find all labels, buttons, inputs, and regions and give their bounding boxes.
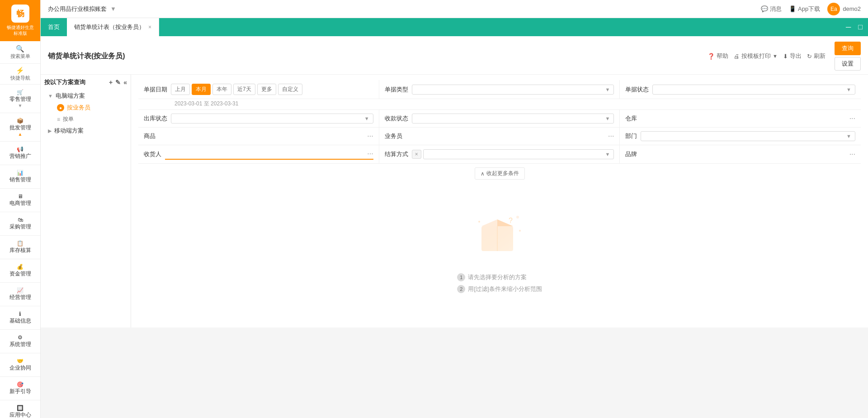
settlement-tag-close-icon[interactable]: ×: [415, 151, 418, 157]
export-btn[interactable]: ⬇ 导出: [783, 52, 802, 60]
edit-scheme-icon[interactable]: ✎: [115, 79, 121, 86]
print-btn[interactable]: 🖨 按模板打印 ▼: [734, 52, 778, 60]
empty-box-svg: ?: [472, 210, 527, 256]
app-download-btn[interactable]: 📱 App下载: [789, 5, 820, 13]
empty-steps-list: 1 请先选择要分析的方案 2 用[过滤]条件来缩小分析范围: [457, 271, 542, 295]
export-icon: ⬇: [783, 53, 788, 60]
sidebar-item-ecommerce[interactable]: 🖥 电商管理: [0, 189, 40, 212]
receiptstatus-label: 收款状态: [385, 114, 408, 123]
left-panel-icons: + ✎ «: [109, 79, 127, 86]
sidebar-item-marketing[interactable]: 📢 营销推广: [0, 142, 40, 165]
help-btn[interactable]: ❓ 帮助: [708, 52, 728, 60]
collapse-panel-icon[interactable]: «: [123, 79, 127, 86]
collapse-filters-btn[interactable]: ∧ 收起更多条件: [475, 167, 525, 180]
workspace-dropdown-icon[interactable]: ▼: [110, 5, 116, 12]
this-year-btn[interactable]: 本年: [212, 84, 231, 95]
sidebar-item-basic[interactable]: ℹ 基础信息: [0, 306, 40, 330]
custom-date-btn[interactable]: 自定义: [278, 84, 302, 95]
sidebar-item-appstore[interactable]: 🔲 应用中心: [0, 400, 40, 418]
refresh-btn[interactable]: ↻ 刷新: [807, 52, 826, 60]
tree-mobile-scheme[interactable]: ▶ 移动端方案: [44, 125, 127, 137]
doctype-select[interactable]: ▼: [412, 85, 614, 95]
docstatus-select[interactable]: ▼: [652, 85, 855, 95]
tab-maximize-icon[interactable]: □: [856, 21, 864, 33]
sidebar-item-sales[interactable]: 📊 销售管理: [0, 165, 40, 189]
settings-button[interactable]: 设置: [835, 57, 861, 71]
settlement-tag: ×: [412, 150, 421, 159]
tree-item-salesman[interactable]: ● 按业务员: [53, 102, 127, 114]
sidebar-item-inventory[interactable]: 📋 库存核算: [0, 236, 40, 259]
tab-home[interactable]: 首页: [41, 18, 67, 36]
sidebar-item-wholesale[interactable]: 📦 批发管理 ▲: [0, 113, 40, 142]
search-icon: 🔍: [16, 45, 24, 53]
query-button[interactable]: 查询: [835, 42, 861, 55]
sidebar-item-quicknav[interactable]: ⚡ 快捷导航: [0, 64, 40, 85]
page-actions: ❓ 帮助 🖨 按模板打印 ▼ ⬇ 导出 ↻ 刷新: [708, 42, 861, 71]
last7-btn[interactable]: 近7天: [233, 84, 255, 95]
tree-pc-scheme[interactable]: ▼ 电脑端方案: [44, 90, 127, 102]
docstatus-label: 单据状态: [625, 86, 649, 94]
receiptstatus-arrow-icon: ▼: [605, 116, 610, 121]
add-scheme-icon[interactable]: +: [109, 79, 113, 86]
docstatus-arrow-icon: ▼: [846, 87, 851, 92]
warehouse-dots[interactable]: ···: [849, 114, 855, 123]
active-scheme-icon: ●: [57, 104, 64, 111]
refresh-icon: ↻: [807, 53, 812, 60]
empty-state: ? 1 请先选择要分析的方案: [138, 183, 861, 322]
outstatus-arrow-icon: ▼: [364, 116, 369, 121]
user-menu-btn[interactable]: Ea demo2: [827, 3, 861, 15]
operation-icon: 📈: [17, 287, 24, 294]
tab-close-icon[interactable]: ×: [148, 24, 151, 30]
outstatus-select[interactable]: ▼: [171, 114, 373, 124]
settlement-label: 结算方式: [385, 150, 408, 158]
goods-dots[interactable]: ···: [367, 132, 373, 140]
dept-arrow-icon: ▼: [846, 133, 851, 139]
brand-dots[interactable]: ···: [849, 150, 855, 158]
finance-icon: 💰: [17, 264, 24, 270]
message-icon: 💬: [761, 5, 768, 12]
sidebar-item-purchase[interactable]: 🛍 采购管理: [0, 212, 40, 236]
filter-cell-date: 单据日期 上月 本月 本年 近7天 更多 自定义: [138, 80, 379, 99]
logo-icon: 畅: [11, 5, 29, 23]
brand-label: 品牌: [625, 150, 637, 158]
wholesale-expand-icon: ▲: [18, 132, 23, 137]
consignee-label: 收货人: [144, 150, 161, 158]
sidebar-item-retail[interactable]: 🛒 零售管理 ▼: [0, 85, 40, 113]
sidebar-item-corp[interactable]: 🤝 企业协同: [0, 353, 40, 377]
tree-item-by-order[interactable]: ≡ 按单: [53, 114, 127, 125]
sidebar-item-operation[interactable]: 📈 经营管理: [0, 283, 40, 306]
retail-expand-icon: ▼: [18, 103, 23, 108]
sidebar-item-newbie[interactable]: 🎯 新手引导: [0, 377, 40, 400]
sidebar-item-system[interactable]: ⚙ 系统管理: [0, 330, 40, 353]
tab-active[interactable]: 销货单统计表（按业务员） ×: [67, 18, 159, 36]
last-month-btn[interactable]: 上月: [171, 84, 190, 95]
settlement-select[interactable]: ▼: [423, 149, 614, 159]
page-inner: 销货单统计表(按业务员) ❓ 帮助 🖨 按模板打印 ▼ ⬇ 导出: [41, 36, 868, 328]
filter-cell-warehouse: 仓库 ···: [620, 110, 861, 127]
dept-select[interactable]: ▼: [641, 131, 855, 141]
message-btn[interactable]: 💬 消息: [761, 5, 782, 13]
tree-mobile-label: 移动端方案: [54, 127, 84, 135]
receiptstatus-select[interactable]: ▼: [412, 114, 614, 124]
empty-step-1: 1 请先选择要分析的方案: [457, 271, 542, 283]
doctype-arrow-icon: ▼: [605, 87, 610, 92]
empty-step-2: 2 用[过滤]条件来缩小分析范围: [457, 283, 542, 295]
date-label: 单据日期: [144, 86, 167, 94]
filter-cell-docstatus: 单据状态 ▼: [620, 80, 861, 99]
inventory-icon: 📋: [17, 240, 24, 247]
sidebar-item-finance[interactable]: 💰 资金管理: [0, 259, 40, 283]
tab-bar: 首页 销货单统计表（按业务员） × ─ □: [41, 18, 868, 36]
logo-area[interactable]: 畅 畅捷通好生意 标准版: [0, 0, 40, 41]
salesman-dots[interactable]: ···: [608, 132, 614, 140]
salesman-label: 业务员: [385, 132, 402, 140]
consignee-dots[interactable]: ···: [367, 150, 373, 158]
logo-text: 畅捷通好生意: [7, 24, 34, 30]
sidebar-item-search[interactable]: 🔍 搜索菜单: [0, 41, 40, 64]
print-dropdown-icon: ▼: [773, 53, 778, 59]
filter-cell-goods: 商品 ···: [138, 128, 379, 145]
more-date-btn[interactable]: 更多: [257, 84, 276, 95]
tab-minimize-icon[interactable]: ─: [844, 21, 853, 33]
this-month-btn[interactable]: 本月: [192, 84, 211, 95]
ecommerce-icon: 🖥: [18, 193, 23, 200]
quicknav-icon: ⚡: [16, 66, 24, 75]
